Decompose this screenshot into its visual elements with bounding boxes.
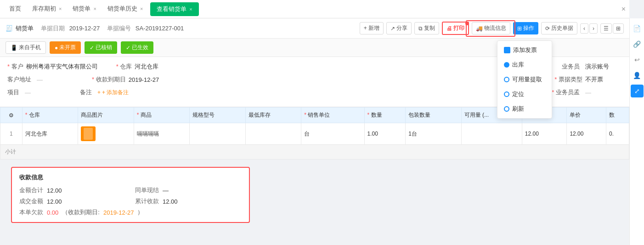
mobile-icon: 📱 (11, 45, 17, 51)
tab-home[interactable]: 首页 (4, 0, 27, 18)
grid-icon: ⊞ (517, 25, 522, 32)
remark-field: 备注 + + 添加备注 (80, 88, 129, 97)
refresh-label: 刷新 (512, 105, 524, 113)
sidebar-icon-link[interactable]: 🔗 (631, 38, 644, 51)
col-pack-qty: 包装数量 (406, 108, 461, 123)
ticket-type-value: 不开票 (585, 75, 622, 84)
ops-dropdown: 添加发票 出库 可用量提取 定位 刷新 (497, 40, 552, 119)
payment-row-owed: 本单欠款 0.00 （收款到期日: 2019-12-27 ） (19, 208, 242, 217)
nav-arrows: ‹ › (580, 23, 598, 34)
subtotal-row: 小计 (0, 145, 629, 160)
dropdown-item-refresh[interactable]: 刷新 (497, 102, 552, 116)
dropdown-item-invoice[interactable]: 添加发票 (497, 43, 552, 57)
not-open-button[interactable]: ● 未开票 (50, 41, 81, 54)
owed-suffix-close: ） (137, 208, 143, 217)
grid-view-btn[interactable]: ⊞ (613, 23, 624, 34)
doc-icon: 📄 (633, 25, 641, 32)
total-value: 12.00 (47, 187, 62, 194)
staff-value: 演示账号 (585, 63, 622, 71)
product-thumbnail (81, 126, 96, 141)
due-date-label: * 收款到期日 (92, 75, 126, 84)
list-view-btn[interactable]: ☰ (600, 23, 612, 34)
payment-panel: 收款信息 金额合计 12.00 同单现结 — 成交金额 12.00 (11, 167, 250, 223)
invoice-icon (504, 47, 510, 53)
doc-meta: 单据日期 2019-12-27 单据编号 SA-20191227-001 (41, 24, 184, 33)
toolbar-right: + 新增 ↗ 分享 ⧉ 复制 🖨 打印 🚚 物流信息 ⊞ 操作 (360, 22, 624, 35)
col-min-stock: 最低库存 (245, 108, 301, 123)
outbound-icon (504, 62, 509, 68)
close-tab-view-sales[interactable]: × (189, 2, 192, 16)
dropdown-item-outbound[interactable]: 出库 (497, 57, 552, 72)
tab-bar: 首页 库存期初 × 销货单 × 销货单历史 × 查看销货单 × × (0, 0, 629, 18)
ops-button[interactable]: ⊞ 操作 (513, 22, 538, 34)
locate-label: 定位 (512, 90, 524, 98)
staff-field: 业务员 演示账号 (562, 63, 622, 71)
tab-sales-history[interactable]: 销货单历史 × (102, 0, 148, 18)
prev-arrow[interactable]: ‹ (580, 23, 588, 34)
history-button[interactable]: ⟳ 历史单据 (541, 22, 577, 34)
new-button[interactable]: + 新增 (360, 22, 384, 34)
check-icon: ✓ (90, 45, 94, 51)
effective-button[interactable]: ✓ 已生效 (121, 41, 153, 54)
payment-info: 收款信息 金额合计 12.00 同单现结 — 成交金额 12.00 (19, 173, 242, 217)
address-value: — (37, 76, 73, 83)
due-date-value: 2019-12-27 (129, 76, 165, 83)
view-toggle: ☰ ⊞ (600, 23, 624, 34)
project-label: 项目 (7, 88, 19, 97)
col-quantity: * 数量 (364, 108, 406, 123)
return-icon: ↩ (634, 56, 640, 63)
deal-label: 成交金额 (19, 197, 43, 205)
settings-icon[interactable]: ⚙ (9, 112, 14, 119)
close-tab-sales-history[interactable]: × (140, 6, 143, 11)
tab-view-sales[interactable]: 查看销货单 × (150, 2, 198, 16)
customer-label: * 客户 (7, 63, 23, 71)
logistics-button[interactable]: 🚚 物流信息 (472, 22, 510, 34)
payment-row-cumulative: 累计收款 12.00 (135, 197, 242, 205)
row-current: 12.00 (522, 123, 567, 145)
row-quantity: 1.00 (364, 123, 406, 145)
cumulative-value: 12.00 (163, 198, 178, 205)
close-tab-sales[interactable]: × (93, 6, 96, 11)
print-button[interactable]: 🖨 打印 (442, 22, 469, 35)
dropdown-item-available[interactable]: 可用量提取 (497, 72, 552, 87)
cumulative-label: 累计收款 (135, 197, 159, 205)
copy-button[interactable]: ⧉ 复制 (414, 22, 439, 34)
project-value: — (25, 89, 62, 96)
ticket-icon: ● (55, 45, 58, 51)
sales-staff-field: * 业务员孟 — (552, 88, 622, 97)
col-settings[interactable]: ⚙ (0, 108, 23, 123)
confirm-button[interactable]: ✓ 已核销 (85, 41, 117, 54)
row-product: 嗝嗝嗝嗝 (134, 123, 189, 145)
col-unit: * 销售单位 (301, 108, 364, 123)
customer-field: * 客户 柳州粤港平安气体有限公司 (7, 63, 98, 71)
project-field: 项目 — (7, 88, 62, 97)
available-icon (504, 77, 509, 82)
from-mobile-button[interactable]: 📱 来自手机 (6, 41, 46, 54)
row-warehouse: 河北仓库 (22, 123, 78, 145)
next-arrow[interactable]: › (589, 23, 598, 34)
plus-icon: + (97, 89, 101, 96)
customer-value: 柳州粤港平安气体有限公司 (26, 63, 98, 71)
doc-type-icon: 🧾 (6, 25, 13, 32)
owed-date: 2019-12-27 (103, 209, 134, 216)
payment-grid: 金额合计 12.00 同单现结 — 成交金额 12.00 累计收款 12.00 (19, 186, 242, 217)
sidebar-icon-user[interactable]: 👤 (631, 69, 644, 82)
link-icon: 🔗 (633, 40, 641, 48)
tab-sales-order[interactable]: 销货单 × (67, 0, 102, 18)
deal-value: 12.00 (47, 198, 62, 205)
dropdown-item-locate[interactable]: 定位 (497, 87, 552, 102)
sales-staff-value: — (585, 89, 622, 96)
tab-inventory-init[interactable]: 库存期初 × (27, 0, 67, 18)
share-button[interactable]: ↗ 分享 (386, 22, 412, 34)
sidebar-icon-doc[interactable]: 📄 (631, 22, 644, 35)
sidebar-icon-return[interactable]: ↩ (631, 53, 644, 66)
expand-icon: ⤢ (634, 87, 640, 95)
due-date-field: * 收款到期日 2019-12-27 (92, 75, 165, 84)
add-remark-button[interactable]: + + 添加备注 (97, 89, 129, 97)
close-tab-inventory[interactable]: × (59, 6, 62, 11)
col-amount: 数 (606, 108, 629, 123)
sidebar-icon-expand[interactable]: ⤢ (631, 85, 644, 97)
close-window-icon[interactable]: × (621, 5, 626, 13)
right-sidebar: 📄 🔗 ↩ 👤 ⤢ (629, 18, 644, 230)
payment-row-settle: 同单现结 — (135, 186, 242, 194)
